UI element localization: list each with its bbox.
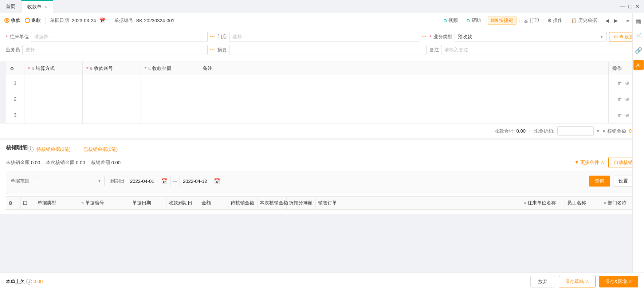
toolbar: 收款 退款 单据日期 2023-03-24 📅 单据编号 SK-20230324… [0, 13, 644, 28]
shortcut-btn[interactable]: ⌨ 快捷键 [488, 16, 517, 25]
row-1-delete-icon[interactable]: 🗑 [617, 80, 622, 86]
range-field: 单据范围 ▼ [11, 176, 105, 186]
staff-more-btn[interactable]: ··· [210, 47, 215, 53]
tab-close-icon[interactable]: × [44, 4, 47, 9]
receipt-radio[interactable]: 收款 [4, 17, 20, 24]
date-calendar-icon[interactable]: 📅 [99, 17, 105, 23]
shortcut-label: 快捷键 [499, 17, 513, 24]
col-account-label: 收款账号 [94, 65, 113, 72]
row-1-notes[interactable] [199, 75, 609, 91]
date-start-input[interactable]: 2022-04-01 📅 [127, 176, 170, 186]
date-end-calendar: 📅 [214, 178, 220, 184]
row-2-amount[interactable] [141, 91, 199, 107]
sort-partner-icon: ⇅ [523, 201, 526, 205]
settings-label: ⚙ 设置 [620, 34, 633, 40]
operation-btn[interactable]: ⚙ 操作 [546, 16, 564, 24]
notes-input[interactable]: 请输入备注 [441, 45, 638, 55]
receipt-refund-toggle: 收款 退款 [4, 17, 41, 24]
bth-checkbox[interactable]: ☐ [21, 197, 35, 209]
bth-gear[interactable]: ⚙ [6, 197, 21, 209]
writeoff-table: ⚙ ☐ 单据类型 ⇅ 单据编号 单据日期 收款到期日 金额 待核销金额 [6, 196, 638, 210]
row-3-settlement[interactable] [24, 107, 83, 123]
th-gear[interactable]: ⚙ [6, 62, 24, 75]
row-1-settlement[interactable] [24, 75, 83, 91]
discount-input[interactable] [557, 126, 594, 136]
diff-value: 0.00 [111, 160, 121, 165]
pending-tab-link[interactable]: 待核销单据(0笔) [36, 146, 71, 153]
print-label: 打印 [530, 17, 539, 24]
print-btn[interactable]: 🖨 打印 [522, 16, 541, 24]
sort-amount-icon: ⇅ [148, 67, 151, 71]
btype-select[interactable]: 预收款 ▼ [455, 32, 607, 42]
row-2-copy-icon[interactable]: ⊕ [625, 96, 629, 102]
date-end-value: 2022-04-12 [183, 179, 207, 184]
bth-pending-label: 待核销金额 [231, 200, 254, 206]
table-header: ⚙ * ⇅ 结算方式 * ⇅ 收款账号 * ⇅ 收款金额 备注 操作 [6, 62, 638, 75]
row-3-notes[interactable] [199, 107, 609, 123]
range-select[interactable]: ▼ [32, 176, 105, 186]
row-1-amount[interactable] [141, 75, 199, 91]
date-label: 到期日 [110, 178, 125, 184]
row-2-settlement[interactable] [24, 91, 83, 107]
row-3-amount[interactable] [141, 107, 199, 123]
partner-input[interactable]: 请选择... [31, 32, 208, 42]
sidebar-doc-icon[interactable]: 📄 [633, 31, 644, 41]
th-amount: * ⇅ 收款金额 [141, 62, 199, 75]
btype-label: 业务类型 [433, 34, 452, 40]
th-settlement: * ⇅ 结算方式 [24, 62, 83, 75]
abandon-btn[interactable]: 放弃 [530, 276, 555, 287]
summary-input[interactable] [229, 45, 426, 55]
row-2-notes[interactable] [199, 91, 609, 107]
footer-info-icon[interactable]: ℹ [26, 279, 32, 285]
date-end-input[interactable]: 2022-04-12 📅 [180, 176, 223, 186]
row-1-copy-icon[interactable]: ⊕ [625, 80, 629, 86]
staff-input[interactable]: 选择... [22, 45, 208, 55]
sidebar-link-icon[interactable]: 🔗 [633, 45, 644, 55]
tab-home[interactable]: 首页 [0, 0, 21, 13]
row-2-delete-icon[interactable]: 🗑 [617, 96, 622, 102]
row-3-copy-icon[interactable]: ⊕ [625, 112, 629, 118]
table-row: 2 🗑 ⊕ [6, 91, 638, 107]
query-btn[interactable]: 查询 [589, 176, 610, 187]
partner-more-btn[interactable]: ··· [210, 34, 215, 40]
row-3-account[interactable] [83, 107, 141, 123]
row-2-account[interactable] [83, 91, 141, 107]
bth-type-label: 单据类型 [38, 200, 56, 206]
date-field: 到期日 2022-04-01 📅 — 2022-04-12 📅 [110, 176, 223, 186]
done-tab-link[interactable]: 已核销单据(0笔) [83, 146, 118, 153]
more-conditions-btn[interactable]: ▼ 更多条件 ∧ [574, 159, 605, 166]
refund-radio[interactable]: 退款 [25, 17, 41, 24]
tab-receipt[interactable]: 收款单 × [21, 0, 53, 13]
close-btn[interactable]: ✕ [635, 3, 640, 10]
bth-pending: 待核销金额 [228, 197, 258, 209]
sidebar-table-icon[interactable]: ▦ [633, 16, 644, 26]
store-input[interactable]: 选择... [229, 32, 419, 42]
row-1-num: 1 [6, 75, 24, 91]
date-label: 单据日期 [50, 17, 69, 24]
video-label: 视频 [448, 17, 458, 24]
writeoff-title: 核销明细 [6, 144, 28, 151]
filter-settings-btn[interactable]: 设置 [613, 176, 633, 187]
sidebar-camera-icon[interactable]: Ai [633, 60, 644, 70]
video-btn[interactable]: ⊙ 视频 [442, 16, 459, 24]
bth-current: 本次核销金额 [258, 197, 287, 209]
minimize-btn[interactable]: — [620, 3, 625, 10]
save-draft-btn[interactable]: 保存草稿 ∧ [559, 276, 596, 287]
store-more-btn[interactable]: ··· [421, 34, 426, 40]
date-separator: — [173, 179, 177, 184]
writeoff-info-icon[interactable]: ℹ [28, 146, 34, 152]
row-3-num: 3 [6, 107, 24, 123]
row-3-delete-icon[interactable]: 🗑 [617, 112, 622, 118]
nav-prev-btn[interactable]: ◀ [604, 17, 610, 24]
help-btn[interactable]: ⊙ 帮助 [465, 16, 482, 24]
save-new-btn[interactable]: 保存&新增 ∧ [599, 276, 638, 287]
date-start-calendar: 📅 [161, 178, 167, 184]
nav-next-btn[interactable]: ▶ [613, 17, 619, 24]
bth-number-label: 单据编号 [85, 200, 104, 206]
row-1-account[interactable] [83, 75, 141, 91]
bth-sales-order: 销售订单 [316, 197, 521, 209]
maximize-btn[interactable]: □ [628, 3, 632, 10]
history-btn[interactable]: 📋 历史单据 [570, 16, 598, 24]
unverified-label: 未核销金额 [6, 159, 30, 166]
list-view-btn[interactable]: ≡ [625, 17, 631, 24]
